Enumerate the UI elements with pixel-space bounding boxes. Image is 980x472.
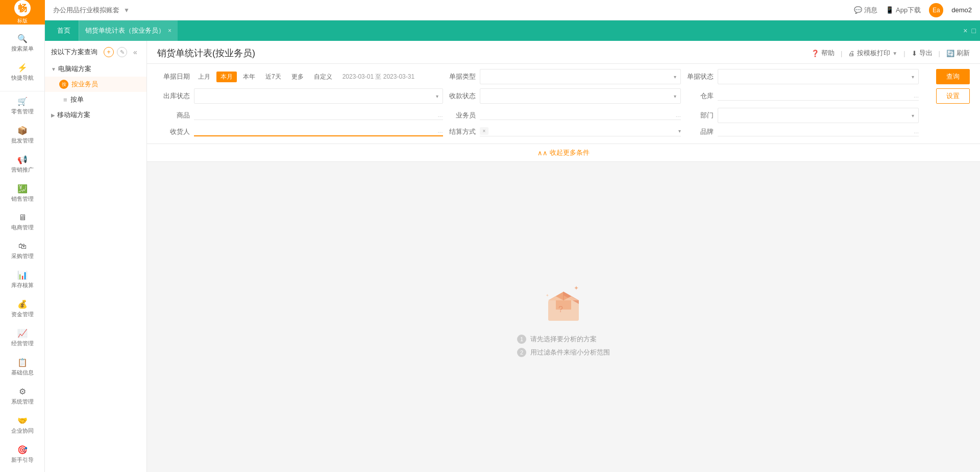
sidebar-item-inventory[interactable]: 📊 库存核算 [0,265,44,294]
edit-scheme-btn[interactable]: ✎ [117,47,127,57]
date-tab-more[interactable]: 更多 [287,72,308,82]
help-icon: ❓ [811,50,819,57]
sidebar-label-marketing: 营销推广 [11,166,34,174]
type-label: 单据类型 [443,72,480,81]
print-icon: 🖨 [848,50,855,57]
tab-home-label: 首页 [57,26,70,35]
type-select[interactable]: ▾ [480,69,681,84]
tree-mobile-arrow: ▶ [51,112,55,118]
marketing-icon: 📢 [17,155,28,164]
tree-group-mobile-header[interactable]: ▶ 移动端方案 [45,107,146,123]
date-tab-last-month[interactable]: 上月 [194,72,214,82]
sidebar-item-mgmt[interactable]: 📈 经营管理 [0,323,44,352]
export-btn[interactable]: ⬇ 导出 [912,49,933,58]
refresh-btn[interactable]: 🔄 刷新 [946,49,970,58]
date-tab-this-month[interactable]: 本月 [216,72,237,82]
help-label: 帮助 [821,49,835,58]
left-panel-header: 按以下方案查询 + ✎ « [45,47,146,61]
topbar: 办公用品行业模拟账套 ▼ 💬 消息 📱 App下载 Ea demo2 [45,0,980,20]
sidebar-item-quicknav[interactable]: ⚡ 快捷导航 [0,58,44,87]
tree-sub-item-by-order[interactable]: ≡ 按单 [45,92,146,107]
sidebar-item-search[interactable]: 🔍 搜索菜单 [0,29,44,58]
guide-icon: 🎯 [17,445,28,455]
settings-btn[interactable]: 设置 [936,88,970,104]
settle-label: 结算方式 [443,127,480,136]
receive-status-select[interactable]: ▾ [480,88,681,104]
settle-tag-close[interactable]: × [483,128,486,134]
tab-close-btn[interactable]: × [168,27,172,34]
hint-text-1: 请先选择要分析的方案 [530,335,597,344]
sidebar: 畅 标版 🔍 搜索菜单 ⚡ 快捷导航 🛒 零售管理 📦 批发管理 📢 营销推广 … [0,0,45,472]
staff-more[interactable]: ... [676,111,681,119]
warehouse-more[interactable]: ... [914,92,919,99]
collapse-label: 收起更多条件 [550,148,590,157]
brand-more[interactable]: ... [914,128,919,135]
collapse-panel-btn[interactable]: « [130,47,140,57]
sidebar-item-retail[interactable]: 🛒 零售管理 [0,91,44,121]
message-btn[interactable]: 💬 消息 [854,6,877,15]
user-avatar[interactable]: Ea [929,3,943,17]
search-icon: 🔍 [17,34,28,43]
add-scheme-btn[interactable]: + [104,47,114,57]
receiver-more[interactable]: ... [437,127,443,134]
sidebar-item-wholesale[interactable]: 📦 批发管理 [0,121,44,150]
quicknav-icon: ⚡ [17,63,28,73]
tree-item-by-staff[interactable]: 按 按业务员 [45,77,146,92]
collapse-bar[interactable]: ∧∧ 收起更多条件 [147,144,980,162]
tree-group-pc: ▼ 电脑端方案 按 按业务员 ≡ 按单 [45,61,146,107]
tree-sub-label: 按单 [70,95,84,104]
help-btn[interactable]: ❓ 帮助 [811,49,835,58]
sidebar-label-guide: 新手引导 [11,456,34,464]
tab-active[interactable]: 销货单统计表（按业务员） × [79,20,178,41]
date-tab-custom[interactable]: 自定义 [310,72,336,82]
sidebar-label-quicknav: 快捷导航 [11,74,34,82]
logo-icon: 畅 [14,0,31,16]
user-name[interactable]: demo2 [951,6,972,14]
sidebar-item-collab[interactable]: 🤝 企业协同 [0,411,44,440]
main-area: 办公用品行业模拟账套 ▼ 💬 消息 📱 App下载 Ea demo2 首页 销货… [45,0,980,472]
system-icon: ⚙ [19,387,26,396]
status-select[interactable]: ▾ [718,69,919,84]
out-status-select[interactable]: ▾ [194,88,443,104]
dept-select[interactable]: ▾ [718,108,919,123]
sidebar-item-basic[interactable]: 📋 基础信息 [0,352,44,382]
message-label: 消息 [864,6,877,15]
page-header: 销货单统计表(按业务员) ❓ 帮助 | 🖨 按模板打印 ▼ | ⬇ [147,41,980,64]
left-panel: 按以下方案查询 + ✎ « ▼ 电脑端方案 按 按业务员 [45,41,147,472]
tabbar-actions: × □ [963,27,976,35]
mgmt-icon: 📈 [17,328,28,338]
tree-group-pc-header[interactable]: ▼ 电脑端方案 [45,61,146,77]
app-download-btn[interactable]: 📱 App下载 [886,6,921,15]
date-tab-this-year[interactable]: 本年 [239,72,259,82]
window-max-btn[interactable]: □ [972,27,976,35]
sidebar-item-guide[interactable]: 🎯 新手引导 [0,440,44,469]
goods-more[interactable]: ... [437,111,443,119]
date-tab-7days[interactable]: 近7天 [261,72,285,82]
window-close-btn[interactable]: × [963,27,967,35]
sidebar-item-purchase[interactable]: 🛍 采购管理 [0,237,44,265]
sidebar-item-finance[interactable]: 💰 资金管理 [0,294,44,323]
svg-text:✦: ✦ [574,285,579,292]
sub-scheme-icon: ≡ [63,96,67,104]
tab-home[interactable]: 首页 [49,20,79,41]
empty-state: ✦ ✦ ? 1 请先选择要分析的方案 2 用过滤条件来 [517,277,610,357]
print-btn[interactable]: 🖨 按模板打印 ▼ [848,49,897,58]
receive-status-arrow: ▾ [674,93,676,99]
sidebar-item-ecom[interactable]: 🖥 电商管理 [0,208,44,237]
sidebar-item-sales[interactable]: 💹 销售管理 [0,179,44,208]
filter-section: 单据日期 上月 本月 本年 近7天 更多 自定义 2023-03-01 至 20… [147,64,980,162]
query-btn[interactable]: 查询 [936,69,970,84]
print-dropdown-icon: ▼ [892,51,897,56]
sidebar-item-apps[interactable]: 📱 应用中心 [0,469,44,472]
svg-text:✦: ✦ [546,293,549,298]
hint-item-2: 2 用过滤条件来缩小分析范围 [517,348,610,357]
topbar-dropdown-arrow[interactable]: ▼ [124,7,130,14]
print-label: 按模板打印 [857,49,890,58]
ecom-icon: 🖥 [18,213,27,222]
active-scheme-icon: 按 [59,80,68,89]
sidebar-item-system[interactable]: ⚙ 系统管理 [0,382,44,411]
sidebar-item-marketing[interactable]: 📢 营销推广 [0,150,44,179]
message-icon: 💬 [854,6,862,14]
export-icon: ⬇ [912,50,917,57]
app-logo[interactable]: 畅 标版 [0,0,45,25]
